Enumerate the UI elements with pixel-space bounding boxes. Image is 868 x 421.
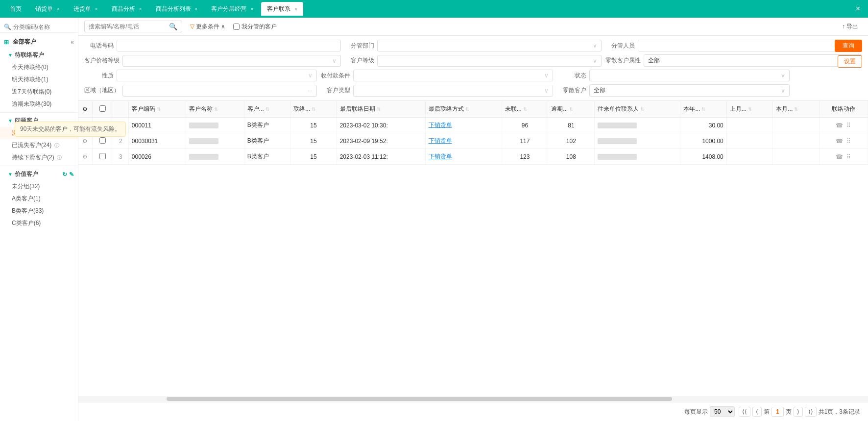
row-checkbox[interactable] — [99, 137, 106, 144]
action-contact-icon[interactable]: ☎ — [836, 138, 843, 145]
action-contact-icon[interactable]: ☎ — [836, 122, 843, 129]
sidebar-item-declining[interactable]: 持续下滑客户(2) ⓘ — [0, 151, 78, 164]
pay-terms-input[interactable]: ∨ — [353, 70, 554, 81]
my-customers-checkbox[interactable] — [233, 24, 240, 30]
action-more-icon[interactable]: ⠿ — [846, 153, 851, 160]
sidebar-item-overdue[interactable]: 逾期未联络(30) — [0, 98, 78, 110]
th-customer-level[interactable]: 客户... ⇅ — [244, 101, 290, 118]
sidebar-item-week[interactable]: 近7天待联络(0) — [0, 86, 78, 98]
pending-arrow: ▼ — [8, 52, 13, 58]
cell-name — [186, 149, 244, 165]
per-page-select[interactable]: 50 20 100 — [710, 406, 735, 417]
last-contact-type-link[interactable]: 下销货单 — [429, 153, 452, 160]
status-input[interactable]: ∨ — [589, 70, 790, 81]
sidebar-item-today[interactable]: 今天待联络(0) — [0, 61, 78, 74]
prev-page-button[interactable]: ⟨ — [752, 407, 762, 417]
zero-order-input[interactable]: 全部 ∨ — [589, 84, 790, 97]
th-last-month[interactable]: 上月... ⇅ — [726, 101, 772, 118]
sidebar-section-pending[interactable]: ▼ 待联络客户 — [0, 49, 78, 61]
nav-purchase-close[interactable]: × — [95, 6, 98, 12]
cell-checkbox[interactable] — [92, 149, 113, 165]
cell-action[interactable]: ☎ ⠿ — [819, 149, 868, 165]
search-input[interactable] — [89, 23, 167, 30]
nav-purchase[interactable]: 进货单 × — [68, 2, 104, 16]
manager-input[interactable]: ··· — [638, 40, 862, 51]
first-page-button[interactable]: ⟨⟨ — [739, 407, 750, 417]
nav-goods-analysis-close[interactable]: × — [139, 6, 142, 12]
th-last-contact-type[interactable]: 最后联络方式 ⇅ — [425, 101, 502, 118]
th-checkbox[interactable] — [92, 101, 113, 118]
phone-input[interactable] — [117, 40, 341, 51]
th-contact-count[interactable]: 联络... ⇅ — [290, 101, 337, 118]
cell-action[interactable]: ☎ ⠿ — [819, 118, 868, 133]
sidebar-item-tomorrow[interactable]: 明天待联络(1) — [0, 74, 78, 86]
th-code[interactable]: 客户编码 ⇅ — [128, 101, 186, 118]
customer-type-input[interactable]: ∨ — [353, 85, 554, 97]
nav-customer-contact[interactable]: 客户联系 × — [261, 2, 303, 16]
value-refresh-icon[interactable]: ↻ — [62, 171, 67, 178]
nav-goods-list[interactable]: 商品分析列表 × — [150, 2, 204, 16]
select-all-checkbox[interactable] — [99, 105, 106, 112]
table-wrapper[interactable]: ⚙ 客户编码 ⇅ 客户名称 ⇅ — [78, 101, 868, 396]
contact-sort-icon: ⇅ — [312, 106, 315, 112]
cell-type[interactable]: 下销货单 — [425, 149, 502, 165]
sidebar-section-value[interactable]: ▼ 价值客户 ↻ ✎ — [0, 168, 78, 180]
sidebar-item-class-b[interactable]: B类客户(33) — [0, 205, 78, 217]
area-input[interactable]: ··· — [122, 85, 317, 97]
th-last-contact-date[interactable]: 最后联络日期 ⇅ — [337, 101, 425, 118]
row-checkbox[interactable] — [99, 153, 106, 159]
next-page-button[interactable]: ⟩ — [794, 407, 803, 417]
more-conditions-button[interactable]: ▽ 更多条件 ∧ — [186, 21, 229, 32]
nav-customer-tier[interactable]: 客户分层经营 × — [205, 2, 259, 16]
th-this-month[interactable]: 本月... ⇅ — [773, 101, 819, 118]
price-tier-input[interactable]: ∨ — [122, 55, 341, 67]
cell-action[interactable]: ☎ ⠿ — [819, 133, 868, 149]
sidebar-all-customers[interactable]: ⊞ 全部客户 « — [0, 35, 78, 49]
collapse-icon[interactable]: « — [71, 39, 74, 46]
nav-customer-contact-close[interactable]: × — [294, 6, 297, 12]
cell-type[interactable]: 下销货单 — [425, 133, 502, 149]
sidebar-search-icon: 🔍 — [4, 24, 11, 30]
nav-sales[interactable]: 销货单 × — [29, 2, 66, 16]
dept-input[interactable]: ∨ — [377, 40, 602, 51]
nav-goods-list-close[interactable]: × — [195, 6, 198, 12]
th-this-year[interactable]: 本年... ⇅ — [680, 101, 726, 118]
th-unit-contact[interactable]: 往来单位联系人 ⇅ — [594, 101, 680, 118]
horizontal-scrollbar[interactable] — [78, 396, 868, 402]
cell-type[interactable]: 下销货单 — [425, 118, 502, 133]
th-not-contacted[interactable]: 未联... ⇅ — [502, 101, 548, 118]
action-contact-icon[interactable]: ☎ — [836, 153, 843, 160]
th-overdue[interactable]: 逾期... ⇅ — [548, 101, 594, 118]
action-more-icon[interactable]: ⠿ — [846, 138, 851, 145]
last-contact-type-link[interactable]: 下销货单 — [429, 122, 452, 128]
window-close-button[interactable]: × — [856, 4, 860, 13]
last-page-button[interactable]: ⟩⟩ — [805, 407, 817, 417]
problem-arrow: ▼ — [8, 118, 13, 124]
sidebar-item-ungrouped[interactable]: 未分组(32) — [0, 180, 78, 193]
scrollbar-thumb[interactable] — [167, 397, 672, 401]
nav-goods-analysis[interactable]: 商品分析 × — [106, 2, 148, 16]
zero-order-attr-input[interactable]: 全部 ∨ — [644, 54, 862, 67]
sidebar-item-class-a[interactable]: A类客户(1) — [0, 193, 78, 205]
sidebar-item-churned[interactable]: 已流失客户(24) ⓘ — [0, 139, 78, 151]
nav-customer-tier-close[interactable]: × — [250, 6, 253, 12]
export-button[interactable]: ↑ 导出 — [838, 21, 862, 32]
last-contact-type-link[interactable]: 下销货单 — [429, 137, 452, 144]
nav-sales-close[interactable]: × — [57, 6, 60, 12]
cell-last-month — [726, 118, 772, 133]
sidebar-item-class-c[interactable]: C类客户(6) — [0, 217, 78, 229]
nature-input[interactable]: ∨ — [117, 70, 317, 81]
value-edit-icon[interactable]: ✎ — [69, 171, 74, 178]
search-button[interactable]: 🔍 — [169, 23, 177, 30]
cell-setting[interactable]: ⚙ — [78, 149, 92, 165]
th-name[interactable]: 客户名称 ⇅ — [186, 101, 244, 118]
setting-button[interactable]: 设置 — [838, 55, 862, 68]
my-customers-checkbox-wrap[interactable]: 我分管的客户 — [233, 23, 277, 31]
level-input[interactable]: ∨ — [377, 55, 602, 67]
action-more-icon[interactable]: ⠿ — [846, 122, 851, 129]
query-button[interactable]: 查询 — [835, 40, 862, 52]
cell-overdue: 102 — [548, 133, 594, 149]
sidebar-search-input[interactable] — [13, 24, 78, 30]
th-setting[interactable]: ⚙ — [78, 101, 92, 118]
nav-home[interactable]: 首页 — [4, 2, 27, 16]
